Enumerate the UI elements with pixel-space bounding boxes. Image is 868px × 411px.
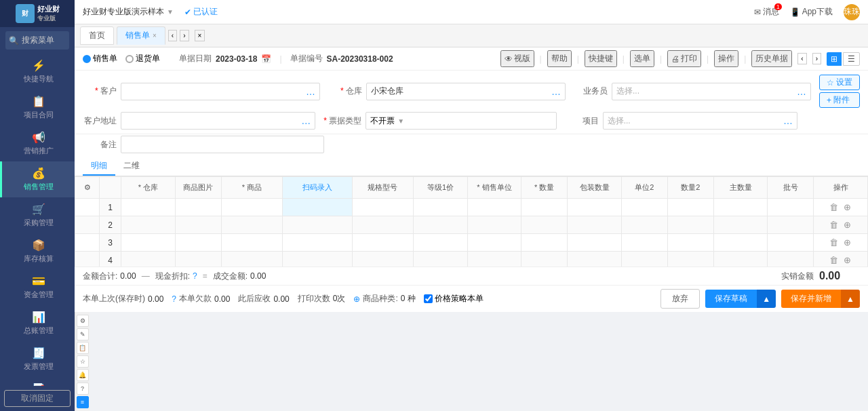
td-goods-1[interactable] [221, 199, 283, 216]
sidebar-item-project[interactable]: 📋 项目合同 [0, 90, 75, 125]
td-pkgqty-2[interactable] [568, 216, 621, 234]
company-selector[interactable]: 好业财专业版演示样本 ▼ [83, 6, 174, 18]
toolbar-shortcut-btn[interactable]: 快捷键 [585, 50, 617, 67]
staff-ellipsis[interactable]: … [797, 86, 806, 97]
right-panel-btn-4[interactable]: ☆ [77, 355, 89, 368]
app-download-button[interactable]: 📱 App下载 [790, 6, 833, 18]
th-mainqty[interactable]: 主数量 [713, 177, 767, 199]
warehouse-ellipsis[interactable]: … [551, 86, 561, 97]
sidebar-item-funds[interactable]: 💳 资金管理 [0, 269, 75, 305]
right-panel-btn-6[interactable]: ? [77, 383, 89, 395]
toolbar-select-btn[interactable]: 选单 [630, 50, 654, 67]
right-panel-btn-5[interactable]: 🔔 [77, 369, 89, 381]
td-warehouse-4[interactable] [121, 252, 175, 267]
radio-sales[interactable]: 销售单 [83, 53, 117, 64]
discard-button[interactable]: 放弃 [660, 289, 700, 309]
attach-button[interactable]: + 附件 [819, 92, 860, 108]
td-spec-2[interactable] [352, 216, 414, 234]
th-goods[interactable]: * 商品 [221, 177, 283, 199]
td-unit2-4[interactable] [621, 252, 667, 267]
sidebar-item-quick-nav[interactable]: ⚡ 快捷导航 [0, 54, 75, 90]
td-qty2-3[interactable] [667, 234, 713, 252]
delete-icon-4[interactable]: 🗑 [829, 255, 840, 266]
sidebar-item-marketing[interactable]: 📢 营销推广 [0, 125, 75, 161]
debt-help-icon[interactable]: ? [172, 294, 176, 304]
right-panel-btn-3[interactable]: 📋 [77, 342, 89, 354]
delete-icon-2[interactable]: 🗑 [829, 220, 840, 231]
remarks-input[interactable] [121, 136, 324, 153]
save-draft-button[interactable]: 保存草稿 [705, 290, 757, 308]
copy-icon-3[interactable]: ⊕ [842, 237, 853, 248]
td-warehouse-1[interactable] [121, 199, 175, 216]
toolbar-history-btn[interactable]: 历史单据 [751, 50, 792, 67]
td-qty-1[interactable] [521, 199, 568, 216]
td-unit-1[interactable] [467, 199, 521, 216]
td-unit-4[interactable] [467, 252, 521, 267]
td-pkgqty-4[interactable] [568, 252, 621, 267]
radio-return[interactable]: 退货单 [125, 53, 160, 64]
customer-input[interactable]: … [121, 83, 320, 100]
discount-help-icon[interactable]: ? [193, 271, 197, 281]
tab-close-all-button[interactable]: × [195, 30, 205, 41]
user-avatar[interactable]: 珠珠 [844, 4, 860, 20]
td-unit2-1[interactable] [621, 199, 667, 216]
toolbar-nav-prev[interactable]: ‹ [797, 53, 806, 64]
td-pkgqty-3[interactable] [568, 234, 621, 252]
th-warehouse[interactable]: * 仓库 [121, 177, 175, 199]
price-strategy-checkbox[interactable]: 价格策略本单 [424, 293, 484, 305]
search-menu-button[interactable]: 🔍 搜索菜单 [5, 31, 69, 50]
td-mainqty-3[interactable] [713, 234, 767, 252]
copy-icon-4[interactable]: ⊕ [842, 255, 853, 266]
right-panel-btn-7[interactable]: ≡ [77, 396, 89, 408]
td-qty2-1[interactable] [667, 199, 713, 216]
td-unit-2[interactable] [467, 216, 521, 234]
td-spec-4[interactable] [352, 252, 414, 267]
tab-close-icon[interactable]: × [153, 32, 157, 39]
th-settings[interactable]: ⚙ [75, 177, 100, 199]
td-unit-3[interactable] [467, 234, 521, 252]
right-panel-btn-1[interactable]: ⚙ [77, 315, 89, 327]
project-ellipsis[interactable]: … [783, 115, 793, 126]
td-batch-4[interactable] [768, 252, 814, 267]
copy-icon-2[interactable]: ⊕ [842, 220, 853, 231]
td-grade-3[interactable] [414, 234, 467, 252]
td-qty-3[interactable] [521, 234, 568, 252]
toolbar-view-btn[interactable]: 👁 视版 [500, 50, 534, 67]
tab-nav-prev[interactable]: ‹ [168, 30, 177, 41]
td-barcode-3[interactable] [283, 234, 352, 252]
th-batch[interactable]: 批号 [768, 177, 814, 199]
td-grade-2[interactable] [414, 216, 467, 234]
td-qty-4[interactable] [521, 252, 568, 267]
td-qty2-2[interactable] [667, 216, 713, 234]
toolbar-help-btn[interactable]: 帮助 [547, 50, 572, 67]
td-batch-2[interactable] [768, 216, 814, 234]
toolbar-print-btn[interactable]: 🖨 打印 [667, 50, 701, 67]
th-unit[interactable]: * 销售单位 [467, 177, 521, 199]
td-mainqty-4[interactable] [713, 252, 767, 267]
td-img-2[interactable] [175, 216, 221, 234]
price-checkbox-input[interactable] [424, 294, 433, 303]
td-unit2-2[interactable] [621, 216, 667, 234]
td-goods-3[interactable] [221, 234, 283, 252]
address-input[interactable]: … [121, 112, 315, 130]
sidebar-item-invoice[interactable]: 🧾 发票管理 [0, 341, 75, 377]
copy-icon-1[interactable]: ⊕ [842, 202, 853, 213]
save-draft-dropdown[interactable]: ▲ [757, 290, 776, 308]
td-spec-3[interactable] [352, 234, 414, 252]
date-value[interactable]: 2023-03-18 [216, 54, 257, 64]
th-qty[interactable]: * 数量 [521, 177, 568, 199]
th-unit2[interactable]: 单位2 [621, 177, 667, 199]
cancel-fixed-button[interactable]: 取消固定 [4, 390, 71, 407]
setup-button[interactable]: ☆ 设置 [819, 75, 860, 90]
tab-home[interactable]: 首页 [80, 26, 114, 45]
td-pkgqty-1[interactable] [568, 199, 621, 216]
td-mainqty-1[interactable] [713, 199, 767, 216]
td-img-3[interactable] [175, 234, 221, 252]
customer-ellipsis[interactable]: … [306, 86, 315, 97]
td-warehouse-3[interactable] [121, 234, 175, 252]
th-grade[interactable]: 等级1价 [414, 177, 467, 199]
sidebar-item-sales[interactable]: 💰 销售管理 [0, 161, 75, 197]
save-new-dropdown[interactable]: ▲ [841, 290, 860, 308]
address-ellipsis[interactable]: … [301, 115, 311, 126]
td-grade-1[interactable] [414, 199, 467, 216]
